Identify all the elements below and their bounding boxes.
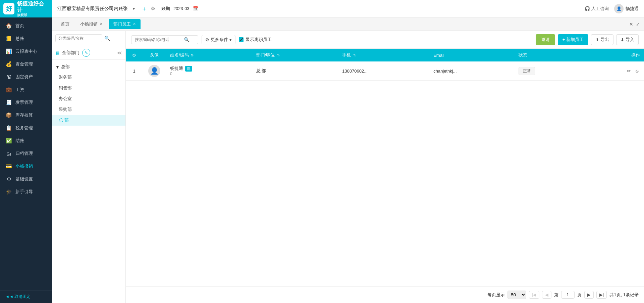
logout-employee-button[interactable]: ⎋ xyxy=(634,68,640,74)
show-resigned-checkbox[interactable] xyxy=(239,37,244,42)
per-page-label: 每页显示 xyxy=(487,292,505,298)
tab-expand-button[interactable]: ⤢ xyxy=(636,21,640,27)
xiao-chang-icon: 💳 xyxy=(5,163,12,169)
prev-page-button[interactable]: ◀ xyxy=(542,291,551,299)
col-phone[interactable]: 手机 ⇅ xyxy=(338,49,429,61)
period-label: 账期 xyxy=(161,6,170,12)
dept-header: ▦ 全部部门 ✎ ≪ xyxy=(52,46,125,60)
dept-search-icon[interactable]: 🔍 xyxy=(104,36,110,41)
employee-search-input[interactable] xyxy=(135,37,182,42)
avatar-image: 👤 xyxy=(148,65,160,77)
page-label: 第 xyxy=(554,292,558,298)
page-input[interactable] xyxy=(561,291,575,299)
dept-item-zongbu[interactable]: 总 部 xyxy=(52,115,125,126)
sidebar-item-reports[interactable]: 📊 云报表中心 xyxy=(0,45,52,58)
invoice-icon: 🧾 xyxy=(5,99,12,105)
employee-table-wrap: ⚙ 头像 姓名/编码 ⇅ 部门/职位 ⇅ 手机 xyxy=(126,49,644,286)
department-panel: 🔍 ▦ 全部部门 ✎ ≪ ▼ 总部 财务部 销售部 xyxy=(52,31,126,303)
add-company-button[interactable]: ＋ xyxy=(141,5,147,13)
edit-employee-button[interactable]: ✏ xyxy=(625,68,633,74)
employee-search-icon[interactable]: 🔍 xyxy=(184,37,190,42)
sidebar-item-archive[interactable]: 🗂 归档管理 xyxy=(0,147,52,160)
invite-button[interactable]: 邀请 xyxy=(536,34,555,45)
headset-icon: 🎧 xyxy=(585,6,590,11)
sidebar-item-general-ledger[interactable]: 📒 总账 xyxy=(0,32,52,45)
employee-search-box: 🔍 xyxy=(131,35,198,44)
import-icon: ⬇ xyxy=(621,37,624,42)
reports-icon: 📊 xyxy=(5,48,12,54)
user-menu[interactable]: 👤 畅捷通 xyxy=(614,4,639,13)
tab-close-xiao-chang[interactable]: ✕ xyxy=(100,22,103,26)
col-email: Email xyxy=(429,49,515,61)
dept-collapse-button[interactable]: ≪ xyxy=(117,50,122,55)
logo-icon: 好 xyxy=(3,3,14,14)
export-button[interactable]: ⬆ 导出 xyxy=(591,34,613,45)
cell-avatar: 👤 xyxy=(143,61,166,81)
col-action: 操作 xyxy=(582,49,644,61)
settings-icon: ⚙ xyxy=(5,176,12,182)
tab-close-all-button[interactable]: ✕ xyxy=(629,21,633,27)
cell-index: 1 xyxy=(126,61,143,81)
col-avatar: 头像 xyxy=(143,49,166,61)
sidebar-item-invoice[interactable]: 🧾 发票管理 xyxy=(0,96,52,109)
tabs-actions: ✕ ⤢ xyxy=(629,21,640,27)
col-settings[interactable]: ⚙ xyxy=(126,49,143,61)
funds-icon: 💰 xyxy=(5,61,12,67)
inventory-icon: 📦 xyxy=(5,112,12,118)
calendar-icon[interactable]: 📅 xyxy=(193,6,198,11)
per-page-select[interactable]: 50 20 100 xyxy=(507,291,526,299)
archive-icon: 🗂 xyxy=(5,151,12,157)
import-button[interactable]: ⬇ 导入 xyxy=(616,34,639,45)
dept-item-xiaoshou[interactable]: 销售部 xyxy=(52,83,125,93)
dept-item-caigou[interactable]: 采购部 xyxy=(52,104,125,115)
toolbar-right: 邀请 + 新增员工 ⬆ 导出 ⬇ 导入 xyxy=(536,34,639,45)
dept-item-bangongshi[interactable]: 办公室 xyxy=(52,93,125,104)
employee-table: ⚙ 头像 姓名/编码 ⇅ 部门/职位 ⇅ 手机 xyxy=(126,49,644,81)
tab-home[interactable]: 首页 xyxy=(56,19,74,29)
add-employee-button[interactable]: + 新增员工 xyxy=(558,34,588,45)
topbar-right: 🎧 人工咨询 👤 畅捷通 xyxy=(585,4,639,13)
sidebar-item-funds[interactable]: 💰 资金管理 xyxy=(0,58,52,71)
cell-phone: 138070602... xyxy=(338,61,429,81)
help-button[interactable]: 🎧 人工咨询 xyxy=(585,6,609,12)
phone-sort-icon: ⇅ xyxy=(353,53,356,57)
sidebar-item-home[interactable]: 🏠 首页 xyxy=(0,19,52,32)
logo-text: 畅捷通好会计 旗舰版 xyxy=(17,0,49,17)
settings-button[interactable]: ⚙ xyxy=(151,5,155,12)
col-dept[interactable]: 部门/职位 ⇅ xyxy=(252,49,338,61)
sidebar-item-xiao-chang[interactable]: 💳 小畅报销 xyxy=(0,160,52,173)
topbar: 江西服宝精品有限责任公司内账张 ▼ ＋ ⚙ 账期 2023-03 📅 🎧 人工咨… xyxy=(52,0,644,17)
tab-xiao-chang[interactable]: 小畅报销 ✕ xyxy=(75,19,107,29)
tabs-bar: 首页 小畅报销 ✕ 部门员工 ✕ ✕ ⤢ xyxy=(52,17,644,31)
sidebar-item-guide[interactable]: 🎓 新手引导 xyxy=(0,185,52,198)
page-suffix: 页 xyxy=(577,292,582,298)
sidebar-item-tax[interactable]: 📋 税务管理 xyxy=(0,122,52,134)
sidebar-item-inventory[interactable]: 📦 库存核算 xyxy=(0,109,52,122)
tab-close-department[interactable]: ✕ xyxy=(133,22,136,26)
company-dropdown-icon[interactable]: ▼ xyxy=(132,6,136,11)
cell-email: chanjethkj... xyxy=(429,61,515,81)
dept-edit-button[interactable]: ✎ xyxy=(82,49,90,57)
unpin-button[interactable]: ◄◄ 取消固定 xyxy=(0,290,52,303)
dept-search-input[interactable] xyxy=(55,34,102,42)
dept-item-caiwu[interactable]: 财务部 xyxy=(52,72,125,83)
app-logo: 好 畅捷通好会计 旗舰版 xyxy=(0,0,52,17)
tab-department[interactable]: 部门员工 ✕ xyxy=(109,19,141,29)
content-area: 🔍 ▦ 全部部门 ✎ ≪ ▼ 总部 财务部 销售部 xyxy=(52,31,644,303)
cell-dept: 总 部 xyxy=(252,61,338,81)
dept-tree: ▼ 总部 财务部 销售部 办公室 采购部 总 部 xyxy=(52,60,125,303)
sidebar-item-salary[interactable]: 💼 工资 xyxy=(0,83,52,96)
first-page-button[interactable]: |◀ xyxy=(529,291,539,299)
sidebar-item-basic[interactable]: ⚙ 基础设置 xyxy=(0,173,52,185)
main-area: 江西服宝精品有限责任公司内账张 ▼ ＋ ⚙ 账期 2023-03 📅 🎧 人工咨… xyxy=(52,0,644,303)
dept-badge: 部 xyxy=(185,66,192,72)
sidebar-item-fixed-assets[interactable]: 🏗 固定资产 xyxy=(0,71,52,83)
tax-icon: 📋 xyxy=(5,125,12,131)
last-page-button[interactable]: ▶| xyxy=(596,291,607,299)
next-page-button[interactable]: ▶ xyxy=(584,291,594,299)
company-name: 江西服宝精品有限责任公司内账张 xyxy=(57,6,128,12)
col-name[interactable]: 姓名/编码 ⇅ xyxy=(166,49,252,61)
filter-button[interactable]: ⚙ 更多条件 ▾ xyxy=(202,35,235,44)
sidebar: 好 畅捷通好会计 旗舰版 🏠 首页 📒 总账 📊 云报表中心 💰 资金管理 🏗 … xyxy=(0,0,52,303)
sidebar-item-close[interactable]: ✅ 结账 xyxy=(0,134,52,147)
